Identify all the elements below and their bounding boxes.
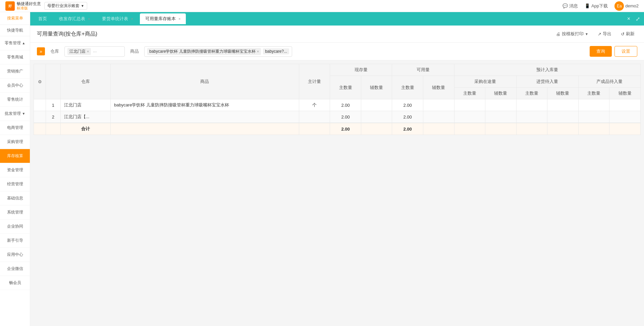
sidebar-item-retail-stats[interactable]: 零售统计 (0, 93, 30, 107)
cell-incoming-main (516, 111, 547, 123)
sidebar-item-label: 批发管理 (5, 111, 21, 117)
store-selector[interactable]: 母婴行业演示账套 ▼ (44, 2, 87, 10)
cell-production-aux (609, 99, 641, 111)
sidebar-item-purchase[interactable]: 采购管理 (0, 135, 30, 149)
chevron-down-icon: ▼ (585, 32, 588, 36)
sidebar-item-newbie[interactable]: 新手引导 (0, 234, 30, 248)
cell-production-main (578, 99, 609, 111)
query-button[interactable]: 查询 (590, 46, 612, 57)
tab-label: 首页 (38, 16, 47, 22)
th-production-aux: 辅数量 (609, 88, 641, 99)
th-current-stock: 现存量 (330, 64, 392, 76)
refresh-btn[interactable]: ↺ 刷新 (618, 30, 637, 38)
th-forecast: 预计入库量 (454, 64, 641, 76)
tab-bar-actions: × ⤢ (626, 14, 641, 24)
sidebar-item-retail-mall[interactable]: 零售商城 (0, 50, 30, 64)
arrow-icon: ▼ (22, 112, 25, 115)
th-current-main: 主数量 (330, 76, 361, 99)
print-icon: 🖨 (556, 32, 560, 37)
sidebar-item-basic-info[interactable]: 基础信息 (0, 191, 30, 205)
export-btn[interactable]: ↗ 导出 (595, 30, 614, 38)
settings-button[interactable]: 设置 (614, 46, 637, 57)
th-warehouse: 仓库 (60, 64, 110, 99)
sidebar-item-system[interactable]: 系统管理 (0, 205, 30, 220)
th-available-aux: 辅数量 (423, 76, 454, 99)
top-bar: 好 畅捷通好生意 标准版 母婴行业演示账套 ▼ 💬 消息 📱 App下载 Ea … (0, 0, 644, 12)
top-bar-right: 💬 消息 📱 App下载 Ea demo2 (562, 1, 639, 11)
filter-expand-btn[interactable]: » (37, 47, 45, 55)
maximize-icon[interactable]: ⤢ (634, 14, 641, 24)
tab-available-inventory[interactable]: 可用量库存账本 × (140, 13, 186, 24)
sidebar: 搜索菜单 快捷导航 零售管理 ▲ 零售商城 营销推广 会员中心 零售统计 批发管… (0, 12, 30, 326)
message-label: 消息 (569, 3, 578, 9)
cell-product: babycare学饮杯 儿童防摔防撞吸管杯重力球吸嘴杯宝宝水杯 (110, 99, 299, 111)
sidebar-item-inventory[interactable]: 库存核算 (0, 149, 30, 163)
sidebar-item-member[interactable]: 会员中心 (0, 79, 30, 93)
cell-purchase-transit-main (454, 99, 485, 111)
user-menu[interactable]: Ea demo2 (614, 1, 639, 11)
tab-order-stats[interactable]: 要货单统计表 × (97, 13, 138, 24)
cell-production-main (578, 111, 609, 123)
logo-area: 好 畅捷通好生意 标准版 (5, 1, 41, 11)
cell-current-aux (361, 111, 392, 123)
tab-receipt-summary[interactable]: 收发存汇总表 × (54, 13, 95, 24)
cell-purchase-transit-main (454, 111, 485, 123)
avatar: Ea (614, 1, 624, 11)
close-window-icon[interactable]: × (626, 14, 632, 24)
tab-close-icon[interactable]: × (131, 17, 133, 21)
tab-close-icon[interactable]: × (88, 17, 90, 21)
sidebar-item-app-center[interactable]: 应用中心 (0, 248, 30, 262)
th-purchase-transit-main: 主数量 (454, 88, 485, 99)
th-purchase-transit-aux: 辅数量 (485, 88, 517, 99)
column-settings-icon[interactable]: ⚙ (38, 79, 42, 84)
sidebar-item-label: 经营管理 (7, 181, 23, 187)
sidebar-item-operation[interactable]: 经营管理 (0, 177, 30, 191)
sidebar-item-finance[interactable]: 资金管理 (0, 163, 30, 177)
warehouse-input[interactable]: 江北门店 × ··· (64, 46, 125, 57)
cell-available-main: 2.00 (392, 99, 423, 111)
sidebar-item-label: 企业微信 (7, 266, 23, 272)
tab-home[interactable]: 首页 (33, 13, 52, 24)
sidebar-item-label: 企业协同 (7, 224, 23, 229)
sidebar-search[interactable]: 搜索菜单 (0, 12, 30, 25)
sidebar-item-marketing[interactable]: 营销推广 (0, 64, 30, 79)
sidebar-quick-nav[interactable]: 快捷导航 (0, 25, 30, 36)
th-available: 可用量 (392, 64, 454, 76)
top-bar-left: 好 畅捷通好生意 标准版 母婴行业演示账套 ▼ (5, 1, 87, 11)
sidebar-item-ecommerce[interactable]: 电商管理 (0, 121, 30, 135)
footer-settings-col (34, 123, 46, 135)
cell-settings (34, 99, 46, 111)
cell-purchase-transit-aux (485, 111, 517, 123)
sidebar-item-retail-mgmt[interactable]: 零售管理 ▲ (0, 36, 30, 50)
th-settings[interactable]: ⚙ (34, 64, 46, 99)
sidebar-item-label: 畅会员 (9, 280, 21, 286)
user-name: demo2 (625, 3, 639, 8)
warehouse-tag-value: 江北门店 (69, 49, 86, 54)
sidebar-item-enterprise-wechat[interactable]: 企业微信 (0, 262, 30, 276)
cell-purchase-transit-aux (485, 99, 517, 111)
th-unit: 主计量 (299, 64, 330, 99)
footer-purchase-transit-main (454, 123, 485, 135)
product-input[interactable]: babycare学饮杯 儿童防摔防撞吸管杯重力球吸嘴杯宝宝水杯 × babyca… (144, 46, 292, 57)
avatar-initials: Ea (617, 4, 622, 8)
sidebar-item-label: 基础信息 (7, 195, 23, 201)
product-tag-close-1[interactable]: × (257, 49, 259, 53)
tab-close-icon[interactable]: × (178, 17, 180, 21)
message-btn[interactable]: 💬 消息 (562, 3, 578, 9)
product-tag-1: babycare学饮杯 儿童防摔防撞吸管杯重力球吸嘴杯宝宝水杯 × (147, 48, 261, 55)
th-production-main: 主数量 (578, 88, 609, 99)
cell-available-main: 2.00 (392, 111, 423, 123)
sidebar-item-member2[interactable]: 畅会员 (0, 276, 30, 290)
sidebar-item-enterprise[interactable]: 企业协同 (0, 220, 30, 234)
sidebar-item-wholesale-mgmt[interactable]: 批发管理 ▼ (0, 107, 30, 121)
footer-product-col (110, 123, 299, 135)
sidebar-item-label: 会员中心 (7, 83, 23, 88)
app-download-btn[interactable]: 📱 App下载 (585, 3, 608, 9)
print-btn[interactable]: 🖨 按模板打印 ▼ (553, 30, 591, 38)
th-product: 商品 (110, 64, 299, 99)
arrow-icon: ▲ (22, 41, 25, 45)
product-label: 商品 (130, 48, 139, 54)
filter-more-icon[interactable]: ··· (93, 49, 97, 54)
store-name: 母婴行业演示账套 (47, 3, 79, 9)
warehouse-tag-close[interactable]: × (87, 49, 89, 53)
